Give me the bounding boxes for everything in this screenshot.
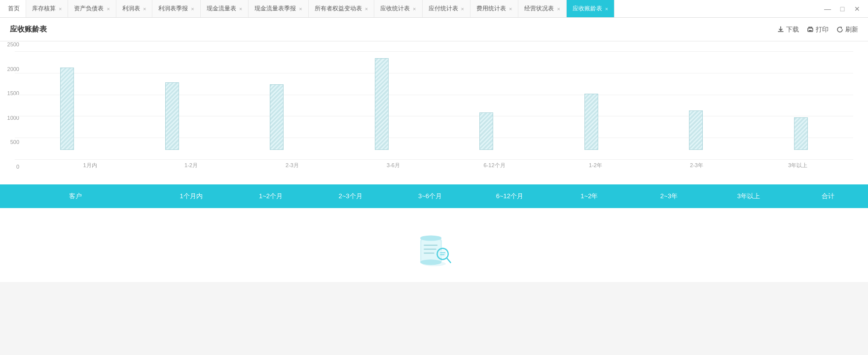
x-axis-label: 1月内 bbox=[39, 160, 141, 169]
tab-label: 经营状况表 bbox=[524, 4, 554, 13]
tab-item-cashflow-quarterly[interactable]: 现金流量表季报× bbox=[249, 0, 308, 18]
bar[interactable] bbox=[270, 84, 284, 150]
tab-label: 库存核算 bbox=[32, 4, 56, 13]
bar-group bbox=[15, 51, 120, 150]
table-header-cell: 2~3个月 bbox=[311, 192, 390, 201]
bar[interactable] bbox=[794, 117, 808, 150]
tab-item-equity[interactable]: 所有者权益变动表× bbox=[309, 0, 374, 18]
table-header-cell: 3~6个月 bbox=[390, 192, 470, 201]
tab-label: 利润表 bbox=[122, 4, 140, 13]
bar-group bbox=[329, 51, 434, 150]
tab-label: 费用统计表 bbox=[476, 4, 506, 13]
bar-group bbox=[120, 51, 225, 150]
print-icon bbox=[807, 26, 814, 33]
y-axis-label: 2500 bbox=[7, 41, 19, 47]
bar-group bbox=[644, 51, 749, 150]
tab-bar-actions: — □ ✕ bbox=[822, 5, 866, 13]
tab-close-icon[interactable]: × bbox=[365, 6, 368, 12]
bar[interactable] bbox=[689, 110, 703, 150]
tab-close-icon[interactable]: × bbox=[239, 6, 242, 12]
bar[interactable] bbox=[584, 94, 598, 150]
tab-label: 现金流量表季报 bbox=[254, 4, 296, 13]
empty-state bbox=[0, 208, 868, 282]
bar[interactable] bbox=[60, 68, 74, 150]
tab-label: 利润表季报 bbox=[158, 4, 188, 13]
bar-group bbox=[434, 51, 539, 150]
grid-line bbox=[15, 159, 853, 160]
bar-group bbox=[749, 51, 854, 150]
table-header-cell: 3年以上 bbox=[709, 192, 788, 201]
svg-point-5 bbox=[420, 235, 441, 241]
minimize-icon[interactable]: — bbox=[822, 5, 833, 13]
tab-close-icon[interactable]: × bbox=[107, 6, 109, 12]
tab-item-payables-stats[interactable]: 应付统计表× bbox=[423, 0, 470, 18]
download-button[interactable]: 下载 bbox=[777, 25, 799, 34]
tab-close-icon[interactable]: × bbox=[413, 6, 416, 12]
x-axis-label: 2-3年 bbox=[646, 160, 747, 169]
svg-rect-1 bbox=[809, 30, 812, 31]
svg-point-6 bbox=[420, 259, 441, 265]
tab-close-icon[interactable]: × bbox=[509, 6, 512, 12]
tab-item-expense-stats[interactable]: 费用统计表× bbox=[470, 0, 518, 18]
table-header-cell: 1个月内 bbox=[151, 192, 231, 201]
svg-line-12 bbox=[447, 258, 451, 263]
x-axis-label: 2-3月 bbox=[242, 160, 343, 169]
x-axis-label: 3-6月 bbox=[343, 160, 444, 169]
tab-bar: 首页库存核算×资产负债表×利润表×利润表季报×现金流量表×现金流量表季报×所有者… bbox=[0, 0, 868, 18]
window-close-icon[interactable]: ✕ bbox=[851, 5, 863, 13]
tab-item-ar-aging[interactable]: 应收账龄表× bbox=[567, 0, 615, 18]
refresh-icon bbox=[836, 26, 843, 33]
chart-area: 25002000150010005000 1月内1-2月2-3月3-6月6-12… bbox=[0, 41, 868, 179]
tab-label: 现金流量表 bbox=[207, 4, 236, 13]
tab-label: 应收账龄表 bbox=[573, 4, 602, 13]
chart-inner bbox=[15, 51, 853, 160]
tab-close-icon[interactable]: × bbox=[143, 6, 146, 12]
table-header-cell: 1~2年 bbox=[549, 192, 629, 201]
table-header-cell: 1~2个月 bbox=[231, 192, 310, 201]
y-axis-label: 0 bbox=[16, 164, 19, 170]
bar[interactable] bbox=[375, 58, 389, 150]
x-axis-label: 1-2年 bbox=[545, 160, 646, 169]
tab-label: 应付统计表 bbox=[429, 4, 458, 13]
tab-item-operations[interactable]: 经营状况表× bbox=[518, 0, 566, 18]
bar-group bbox=[224, 51, 329, 150]
maximize-icon[interactable]: □ bbox=[836, 5, 848, 13]
tab-item-home[interactable]: 首页 bbox=[2, 0, 26, 18]
main-content: 25002000150010005000 1月内1-2月2-3月3-6月6-12… bbox=[0, 41, 868, 282]
page-title: 应收账龄表 bbox=[10, 25, 47, 34]
tab-close-icon[interactable]: × bbox=[299, 6, 302, 12]
tab-close-icon[interactable]: × bbox=[191, 6, 194, 12]
bar-group bbox=[539, 51, 644, 150]
tab-label: 首页 bbox=[8, 4, 20, 13]
tab-item-inventory[interactable]: 库存核算× bbox=[26, 0, 68, 18]
table-header-cell: 2~3年 bbox=[629, 192, 709, 201]
x-axis-label: 1-2月 bbox=[141, 160, 242, 169]
tab-item-profit-loss[interactable]: 利润表× bbox=[116, 0, 152, 18]
tab-item-receivables-stats[interactable]: 应收统计表× bbox=[374, 0, 422, 18]
bar[interactable] bbox=[165, 82, 179, 150]
tab-close-icon[interactable]: × bbox=[461, 6, 464, 12]
bars-row bbox=[15, 51, 853, 150]
tab-label: 资产负债表 bbox=[74, 4, 104, 13]
refresh-button[interactable]: 刷新 bbox=[836, 25, 858, 34]
x-axis-label: 6-12个月 bbox=[444, 160, 545, 169]
download-icon bbox=[777, 26, 784, 33]
tab-item-balance-sheet[interactable]: 资产负债表× bbox=[68, 0, 116, 18]
svg-point-11 bbox=[439, 250, 447, 258]
tab-close-icon[interactable]: × bbox=[557, 6, 560, 12]
tab-label: 所有者权益变动表 bbox=[315, 4, 362, 13]
tab-item-cashflow[interactable]: 现金流量表× bbox=[201, 0, 249, 18]
tab-close-icon[interactable]: × bbox=[59, 6, 62, 12]
header-actions: 下载 打印 刷新 bbox=[777, 25, 858, 34]
tab-item-profit-quarterly[interactable]: 利润表季报× bbox=[152, 0, 200, 18]
print-button[interactable]: 打印 bbox=[807, 25, 829, 34]
table-header: 客户1个月内1~2个月2~3个月3~6个月6~12个月1~2年2~3年3年以上合… bbox=[0, 184, 868, 208]
page-header: 应收账龄表 下载 打印 刷新 bbox=[0, 18, 868, 41]
x-labels: 1月内1-2月2-3月3-6月6-12个月1-2年2-3年3年以上 bbox=[39, 160, 848, 169]
tab-close-icon[interactable]: × bbox=[605, 6, 608, 12]
table-header-cell: 合计 bbox=[789, 192, 868, 201]
bar[interactable] bbox=[479, 112, 493, 150]
table-header-cell: 客户 bbox=[0, 192, 151, 201]
x-axis-label: 3年以上 bbox=[747, 160, 848, 169]
tab-label: 应收统计表 bbox=[380, 4, 410, 13]
